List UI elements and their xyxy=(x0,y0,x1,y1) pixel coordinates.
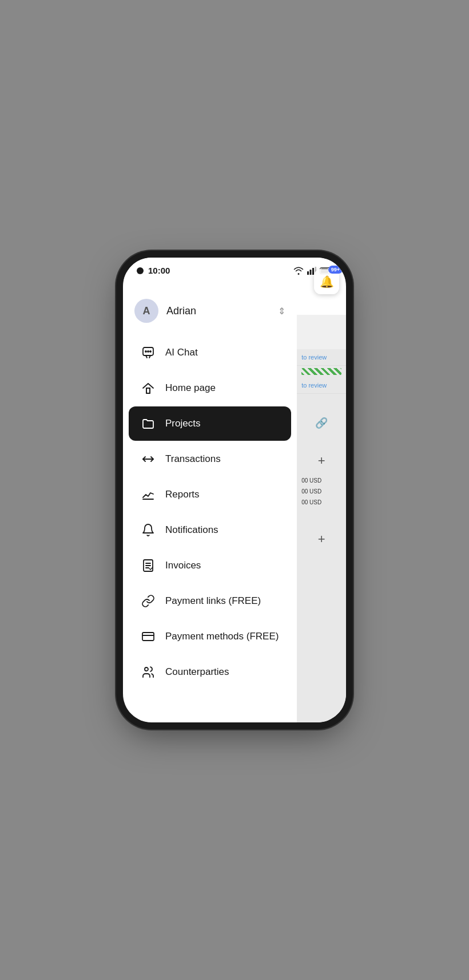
notification-button[interactable]: 🔔 99+ xyxy=(314,269,339,294)
phone-frame: 10:00 xyxy=(123,258,346,722)
reports-label: Reports xyxy=(165,489,200,500)
payment-methods-label: Payment methods (FREE) xyxy=(165,631,279,642)
payment-links-icon xyxy=(140,593,156,609)
transactions-icon xyxy=(140,451,156,467)
counterparties-label: Counterparties xyxy=(165,666,229,678)
notifications-icon xyxy=(140,522,156,538)
projects-icon xyxy=(140,416,156,432)
username: Adrian xyxy=(166,305,278,317)
payment-methods-icon xyxy=(140,629,156,645)
phone-screen: 10:00 xyxy=(123,258,346,722)
counterparties-icon xyxy=(140,664,156,680)
status-left: 10:00 xyxy=(137,266,170,275)
sidebar-item-counterparties[interactable]: Counterparties xyxy=(129,655,291,689)
sidebar-item-payment-methods[interactable]: Payment methods (FREE) xyxy=(129,619,291,654)
sidebar-item-transactions[interactable]: Transactions xyxy=(129,442,291,476)
sidebar-item-notifications[interactable]: Notifications xyxy=(129,513,291,547)
svg-point-8 xyxy=(148,351,149,352)
chevron-updown-icon: ⇕ xyxy=(278,306,285,317)
svg-rect-10 xyxy=(146,388,150,393)
payment-links-label: Payment links (FREE) xyxy=(165,595,261,607)
sidebar-item-home-page[interactable]: Home page xyxy=(129,371,291,405)
sidebar-item-reports[interactable]: Reports xyxy=(129,477,291,512)
avatar: A xyxy=(134,299,158,323)
svg-point-7 xyxy=(145,351,146,352)
wifi-icon xyxy=(293,267,304,275)
plus-icon-bg-2: + xyxy=(297,525,346,554)
home-page-label: Home page xyxy=(165,382,216,394)
svg-rect-0 xyxy=(307,271,309,275)
sidebar-item-invoices[interactable]: Invoices xyxy=(129,548,291,583)
svg-rect-1 xyxy=(310,270,312,275)
sidebar-item-ai-chat[interactable]: AI Chat xyxy=(129,335,291,370)
usd-text-1: 00 USD xyxy=(297,475,346,486)
notification-badge: 99+ xyxy=(328,266,343,274)
bell-icon: 🔔 xyxy=(320,275,334,289)
usd-text-2: 00 USD xyxy=(297,486,346,497)
invoices-icon xyxy=(140,558,156,574)
plus-icon-bg: + xyxy=(297,446,346,475)
green-bar xyxy=(301,368,341,375)
bg-review-2: to review xyxy=(297,377,346,394)
svg-point-9 xyxy=(150,351,151,352)
svg-rect-16 xyxy=(142,633,154,641)
invoices-label: Invoices xyxy=(165,560,201,571)
reports-icon xyxy=(140,487,156,503)
ai-chat-label: AI Chat xyxy=(165,347,198,358)
sidebar-item-payment-links[interactable]: Payment links (FREE) xyxy=(129,584,291,618)
camera-dot xyxy=(137,267,144,274)
status-time: 10:00 xyxy=(148,266,170,275)
svg-point-18 xyxy=(145,667,148,671)
screen-layout: A Adrian ⇕ xyxy=(123,286,346,722)
projects-label: Projects xyxy=(165,418,200,429)
sidebar: A Adrian ⇕ xyxy=(123,286,297,694)
ai-chat-icon xyxy=(140,345,156,361)
sidebar-item-integrations[interactable]: Integrations xyxy=(129,690,291,694)
transactions-label: Transactions xyxy=(165,453,221,465)
bg-review-1: to review xyxy=(297,349,346,366)
notifications-label: Notifications xyxy=(165,524,218,536)
sidebar-item-projects[interactable]: Projects xyxy=(129,406,291,441)
home-icon xyxy=(140,380,156,396)
usd-text-3: 00 USD xyxy=(297,497,346,508)
bg-content: to review to review 🔗 + 00 USD 00 USD 00… xyxy=(297,315,346,722)
status-bar: 10:00 xyxy=(123,258,346,280)
user-header[interactable]: A Adrian ⇕ xyxy=(123,292,297,330)
link-icon-bg: 🔗 xyxy=(297,411,346,435)
